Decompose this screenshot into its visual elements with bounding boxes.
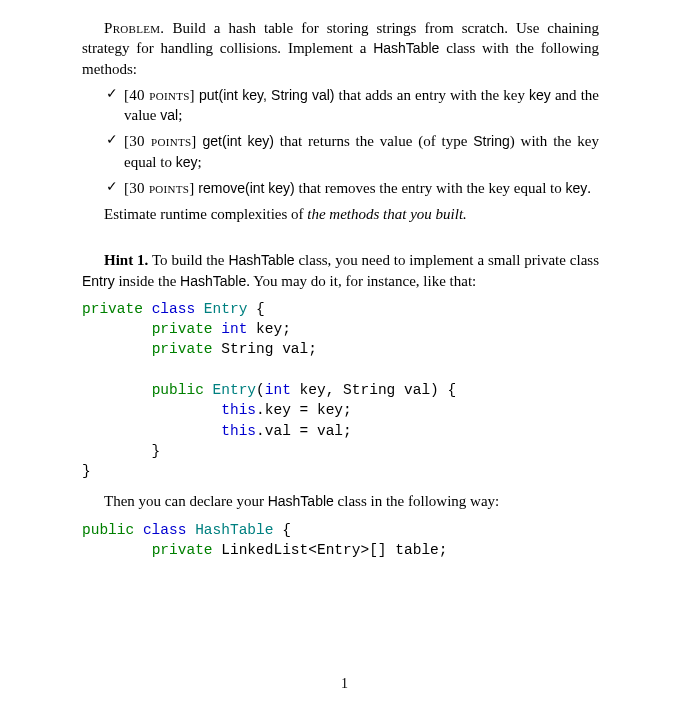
item-desc: ; <box>178 107 182 123</box>
code-text: key, String val) { <box>291 382 456 398</box>
kw-this: this <box>221 423 256 439</box>
kw-private: private <box>152 321 213 337</box>
code-text: LinkedList<Entry>[] table; <box>213 542 448 558</box>
problem-label: Problem. <box>104 20 164 36</box>
arg-name: key <box>566 180 588 196</box>
code-block-hashtable: public class HashTable { private LinkedL… <box>82 520 599 561</box>
code-text: } <box>82 443 160 459</box>
code-text: { <box>247 301 264 317</box>
list-item: ✓ [40 points] put(int key, String val) t… <box>106 85 599 126</box>
kw-this: this <box>221 402 256 418</box>
id-entry: Entry <box>204 301 248 317</box>
item-desc: that removes the entry with the key equa… <box>295 180 566 196</box>
code-text: } <box>82 463 91 479</box>
kw-private: private <box>152 341 213 357</box>
outro-italic: the methods that you built. <box>307 206 467 222</box>
outro-text: Estimate runtime complexities of <box>104 206 307 222</box>
check-icon: ✓ <box>106 131 118 150</box>
arg-name: key <box>176 154 198 170</box>
id-hashtable: HashTable <box>195 522 273 538</box>
check-icon: ✓ <box>106 178 118 197</box>
hint-text: inside the <box>115 273 180 289</box>
list-item: ✓ [30 points] remove(int key) that remov… <box>106 178 599 198</box>
code-text: ( <box>256 382 265 398</box>
kw-int: int <box>221 321 247 337</box>
code-text: .key = key; <box>256 402 352 418</box>
arg-name: val <box>160 107 178 123</box>
kw-class: class <box>152 301 196 317</box>
code-text: { <box>273 522 290 538</box>
class-name: HashTable <box>268 493 334 509</box>
arg-name: key <box>529 87 551 103</box>
page-number: 1 <box>0 675 689 694</box>
points-label: [30 points] <box>124 133 197 149</box>
method-signature: put(int key, String val) <box>199 87 334 103</box>
code-text: String val; <box>213 341 317 357</box>
code-text: .val = val; <box>256 423 352 439</box>
list-item: ✓ [30 points] get(int key) that returns … <box>106 131 599 172</box>
method-signature: remove(int key) <box>198 180 294 196</box>
item-desc: . <box>587 180 591 196</box>
kw-int: int <box>265 382 291 398</box>
kw-class: class <box>143 522 187 538</box>
code-text: key; <box>247 321 291 337</box>
points-label: [40 points] <box>124 87 195 103</box>
item-desc: ; <box>197 154 201 170</box>
hint-section: Hint 1. To build the HashTable class, yo… <box>82 250 599 560</box>
between-text: Then you can declare your <box>104 493 268 509</box>
type-name: String <box>473 133 510 149</box>
hint-label: Hint 1. <box>104 252 148 268</box>
class-name: Entry <box>82 273 115 289</box>
points-label: [30 points] <box>124 180 195 196</box>
document-page: Problem. Build a hash table for storing … <box>0 0 689 706</box>
problem-intro: Problem. Build a hash table for storing … <box>82 18 599 79</box>
hint-paragraph: Hint 1. To build the HashTable class, yo… <box>82 250 599 291</box>
class-name: HashTable <box>373 40 439 56</box>
kw-public: public <box>152 382 204 398</box>
kw-private: private <box>152 542 213 558</box>
problem-item-list: ✓ [40 points] put(int key, String val) t… <box>82 85 599 198</box>
hint-text: To build the <box>152 252 228 268</box>
item-desc: that adds an entry with the key <box>334 87 529 103</box>
check-icon: ✓ <box>106 85 118 104</box>
between-text: class in the following way: <box>334 493 499 509</box>
code-block-entry: private class Entry { private int key; p… <box>82 299 599 482</box>
item-desc: that returns the value (of type <box>274 133 473 149</box>
kw-public: public <box>82 522 134 538</box>
method-signature: get(int key) <box>203 133 274 149</box>
between-paragraph: Then you can declare your HashTable clas… <box>82 491 599 511</box>
id-entry: Entry <box>213 382 257 398</box>
hint-text: . You may do it, for instance, like that… <box>246 273 476 289</box>
problem-section: Problem. Build a hash table for storing … <box>82 18 599 224</box>
class-name: HashTable <box>228 252 294 268</box>
hint-text: class, you need to implement a small pri… <box>295 252 599 268</box>
class-name: HashTable <box>180 273 246 289</box>
kw-private: private <box>82 301 143 317</box>
problem-outro: Estimate runtime complexities of the met… <box>82 204 599 224</box>
